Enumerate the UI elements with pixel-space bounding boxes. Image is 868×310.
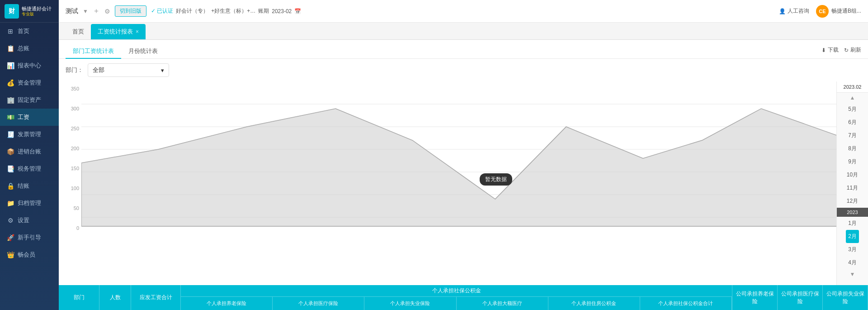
sidebar-label-ledger: 总账: [18, 44, 29, 52]
topbar-gear-icon[interactable]: ⚙: [104, 8, 110, 15]
sidebar-item-close[interactable]: 🔒结账: [0, 177, 59, 195]
y-label: 300: [66, 106, 81, 111]
salary-icon: 💵: [7, 114, 14, 121]
settings-icon: ⚙: [7, 217, 14, 224]
month-item[interactable]: 6月: [844, 116, 860, 129]
invoice-icon: 🧾: [7, 131, 14, 138]
tab-salary-report[interactable]: 工资统计报表 ×: [91, 24, 146, 39]
tabbar: 首页 工资统计报表 ×: [59, 23, 868, 40]
sidebar-label-settings: 设置: [18, 216, 29, 224]
date-up-btn[interactable]: ▲: [837, 93, 868, 103]
download-btn[interactable]: ⬇ 下载: [821, 46, 839, 54]
calendar-icon[interactable]: 📅: [294, 8, 301, 14]
sidebar-item-funds[interactable]: 💰资金管理: [0, 74, 59, 91]
th-group-col-2: 个人承担失业保险: [364, 297, 456, 310]
month-item[interactable]: 4月: [846, 256, 859, 269]
th-department: 部门: [59, 285, 99, 310]
sidebar-item-reports[interactable]: 📊报表中心: [0, 57, 59, 74]
th-personal-group: 个人承担社保公积金 个人承担养老保险个人承担医疗保险个人承担失业保险个人承担大额…: [181, 285, 732, 310]
sidebar-item-salary[interactable]: 💵工资: [0, 109, 59, 126]
refresh-icon: ↻: [844, 47, 849, 53]
service-label: 人工咨询: [788, 7, 809, 15]
topbar-dropdown-icon[interactable]: ▼: [83, 8, 88, 14]
th-company-unemployment: 公司承担失业保险: [823, 285, 868, 310]
date-panel: 2023.02 ▲ 5月6月7月8月9月10月11月12月 2023 1月2月3…: [836, 81, 868, 285]
app-logo-icon: 财: [5, 4, 19, 19]
th-personal-group-label: 个人承担社保公积金: [181, 285, 732, 297]
month-item[interactable]: 2月: [846, 230, 859, 243]
subtabs: 部门工资统计表 月份统计表 ⬇ 下载 ↻ 刷新: [59, 40, 868, 59]
sidebar-item-tax[interactable]: 📑税务管理: [0, 160, 59, 177]
download-label: 下载: [828, 46, 839, 54]
month-item[interactable]: 5月: [844, 103, 860, 116]
department-select[interactable]: 全部 ▾: [88, 63, 169, 77]
sidebar-item-guide[interactable]: 🚀新手引导: [0, 229, 59, 246]
topbar: 测试 ▼ ＋ ⚙ 切到旧版 ✓ 已认证 好会计（专） +好生意（标）+… 账期 …: [59, 0, 868, 23]
th-group-col-1: 个人承担医疗保险: [273, 297, 364, 310]
user-menu[interactable]: CE 畅捷通B组...: [816, 5, 861, 18]
th-group-col-3: 个人承担大额医疗: [457, 297, 548, 310]
sidebar-label-reports: 报表中心: [18, 62, 41, 70]
tab-close-icon[interactable]: ×: [136, 29, 139, 35]
period-value: 2023-02: [272, 8, 292, 14]
y-label: 100: [66, 186, 81, 191]
y-label: 250: [66, 126, 81, 131]
month-item[interactable]: 11月: [844, 181, 860, 195]
th-company-medical: 公司承担医疗保险: [778, 285, 823, 310]
sidebar-item-home[interactable]: ⊞首页: [0, 23, 59, 40]
main-area: 测试 ▼ ＋ ⚙ 切到旧版 ✓ 已认证 好会计（专） +好生意（标）+… 账期 …: [59, 0, 868, 310]
sidebar-item-settings[interactable]: ⚙设置: [0, 212, 59, 229]
chart-tooltip: 暂无数据: [480, 173, 512, 186]
month-item[interactable]: 8月: [844, 142, 860, 155]
sidebar-logo: 财 畅捷通好会计 专业版: [0, 0, 59, 23]
period-label: 账期: [258, 7, 269, 15]
tab-home-label: 首页: [72, 28, 84, 36]
sidebar-item-invoice[interactable]: 🧾发票管理: [0, 126, 59, 143]
switch-old-btn[interactable]: 切到旧版: [115, 5, 146, 17]
refresh-btn[interactable]: ↻ 刷新: [844, 46, 861, 54]
app-logo-text: 畅捷通好会计 专业版: [22, 5, 52, 17]
th-headcount: 人数: [99, 285, 131, 310]
trade-icon: 📦: [7, 148, 14, 155]
subtab-department[interactable]: 部门工资统计表: [66, 44, 121, 59]
tab-home[interactable]: 首页: [66, 24, 91, 39]
sidebar-item-assets[interactable]: 🏢固定资产: [0, 91, 59, 109]
y-label: 200: [66, 146, 81, 151]
sidebar-label-invoice: 发票管理: [18, 130, 41, 138]
sidebar-item-ledger[interactable]: 📋总账: [0, 40, 59, 57]
date-down-btn[interactable]: ▼: [837, 269, 868, 279]
table-header: 部门 人数 应发工资合计 个人承担社保公积金 个人承担养老保险个人承担医疗保险个…: [59, 285, 868, 310]
th-total-salary: 应发工资合计: [131, 285, 181, 310]
home-icon: ⊞: [7, 28, 14, 35]
month-item[interactable]: 12月: [844, 195, 860, 208]
sidebar-label-home: 首页: [18, 27, 29, 35]
y-label: 50: [66, 205, 81, 211]
sidebar-item-trade[interactable]: 📦进销台账: [0, 143, 59, 160]
topbar-right: 👤 人工咨询 CE 畅捷通B组...: [779, 5, 861, 18]
select-arrow-icon: ▾: [161, 67, 164, 74]
sidebar-nav: ⊞首页📋总账📊报表中心💰资金管理🏢固定资产💵工资🧾发票管理📦进销台账📑税务管理🔒…: [0, 23, 59, 310]
months-before: 5月6月7月8月9月10月11月12月: [844, 103, 860, 208]
service-btn[interactable]: 👤 人工咨询: [779, 7, 809, 15]
reports-icon: 📊: [7, 62, 14, 69]
subtab-monthly[interactable]: 月份统计表: [121, 44, 165, 59]
topbar-title: 测试: [66, 7, 78, 15]
topbar-add-icon[interactable]: ＋: [93, 6, 100, 16]
th-company-pension: 公司承担养老保险: [732, 285, 778, 310]
sidebar-label-salary: 工资: [18, 113, 29, 121]
sidebar-item-archive[interactable]: 📁归档管理: [0, 195, 59, 212]
user-name: 畅捷通B组...: [831, 7, 861, 15]
th-group-col-5: 个人承担社保公积金合计: [640, 297, 732, 310]
month-item[interactable]: 3月: [846, 243, 859, 256]
month-item[interactable]: 9月: [844, 155, 860, 168]
certified-status: ✓ 已认证: [151, 7, 173, 15]
account-type1: 好会计（专）: [176, 7, 208, 15]
y-label: 0: [66, 225, 81, 231]
th-group-col-4: 个人承担住房公积金: [548, 297, 640, 310]
sidebar-item-vip[interactable]: 👑畅会员: [0, 246, 59, 263]
month-item[interactable]: 10月: [844, 168, 860, 181]
chart-area: 350300250200150100500 暂无数据: [59, 81, 868, 285]
month-item[interactable]: 7月: [844, 129, 860, 142]
th-personal-cols: 个人承担养老保险个人承担医疗保险个人承担失业保险个人承担大额医疗个人承担住房公积…: [181, 297, 732, 310]
month-item[interactable]: 1月: [846, 217, 859, 230]
